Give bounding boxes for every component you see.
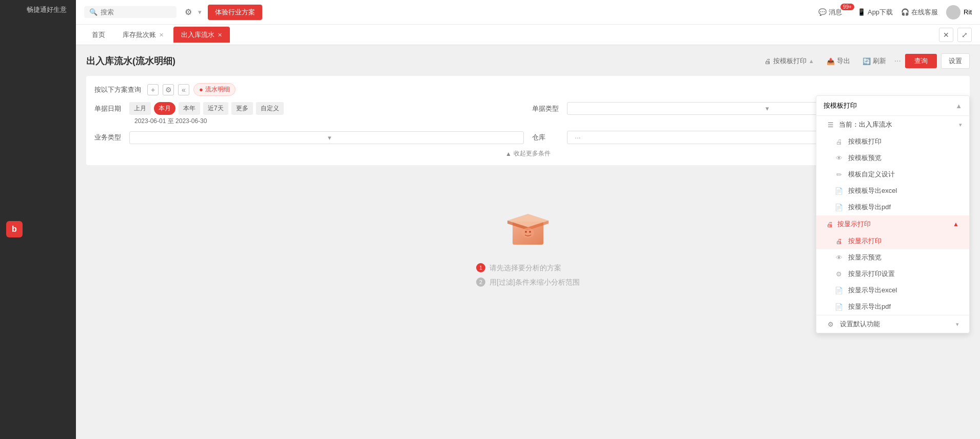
dropdown-item-template-pdf[interactable]: 📄 按模板导出pdf (816, 199, 969, 215)
dropdown-footer-icon: ⚙ (827, 320, 835, 328)
dropdown-item-display-print[interactable]: 🖨 按显示打印 (816, 233, 969, 249)
tab-inout-label: 出入库流水 (181, 30, 214, 39)
topbar-search-box[interactable]: 🔍 (84, 6, 177, 18)
filter-tag-icon: ● (199, 86, 203, 93)
app-logo-icon: b (6, 221, 23, 237)
template-print-button[interactable]: 🖨 按模板打印 ▲ (760, 54, 818, 68)
dropdown-item-template-preview[interactable]: 👁 按模板预览 (816, 150, 969, 166)
dropdown-current-template[interactable]: ☰ 当前：出入库流水 ▾ (816, 116, 969, 133)
export-label: 导出 (837, 56, 850, 66)
display-settings-label: 按显示打印设置 (848, 269, 895, 278)
page-title: 出入库流水(流水明细) (86, 55, 175, 67)
date-btn-last-month[interactable]: 上月 (129, 102, 151, 115)
search-icon: 🔍 (89, 8, 97, 16)
topbar-settings-icon[interactable]: ⚙ (185, 7, 192, 17)
app-download-button[interactable]: 📱 App下载 (857, 8, 893, 17)
empty-step-2: 2 用[过滤]条件来缩小分析范围 (476, 275, 580, 289)
dropdown-item-template-print[interactable]: 🖨 按模板打印 (816, 133, 969, 150)
warehouse-label: 仓库 (532, 133, 563, 142)
window-close-btn[interactable]: ✕ (939, 28, 953, 42)
biz-type-chevron-icon: ▾ (328, 134, 519, 142)
filter-collapse-button[interactable]: « (178, 84, 189, 95)
filter-tag-item[interactable]: ● 流水明细 (193, 83, 236, 96)
tab-inout-flow[interactable]: 出入库流水 ✕ (173, 27, 230, 43)
main-container: 🔍 ⚙ ▾ 体验行业方案 💬 消息 99+ 📱 App下载 🎧 在线客服 Rit (76, 0, 980, 439)
export-icon: 📤 (827, 57, 835, 65)
template-print-item-icon: 🖨 (835, 137, 843, 146)
dropdown-close-arrow-icon[interactable]: ▲ (955, 102, 962, 110)
tab-batch-label: 库存批次账 (123, 30, 156, 39)
template-print-icon: 🖨 (765, 57, 771, 65)
biz-type-filter-field: 业务类型 ▾ (94, 131, 524, 144)
query-button[interactable]: 查询 (905, 54, 937, 68)
date-filter-field: 单据日期 上月 本月 本年 近7天 更多 自定义 (94, 102, 524, 115)
filter-tag-label: 流水明细 (205, 85, 230, 94)
tab-home-label: 首页 (92, 30, 105, 39)
step-number-2: 2 (476, 277, 485, 287)
topbar-chevron-icon[interactable]: ▾ (198, 8, 202, 16)
tab-inout-close-icon[interactable]: ✕ (218, 32, 222, 38)
tab-home[interactable]: 首页 (84, 27, 113, 43)
dropdown-footer-defaults[interactable]: ⚙ 设置默认功能 ▾ (816, 315, 969, 333)
dropdown-footer-label: 设置默认功能 (840, 320, 880, 329)
collapse-up-icon: ▲ (505, 150, 512, 157)
template-print-item-label: 按模板打印 (848, 137, 881, 146)
filter-scheme-button[interactable]: ⚙ (163, 84, 174, 95)
warehouse-more-icon[interactable]: ··· (575, 133, 581, 142)
biz-type-label: 业务类型 (94, 133, 125, 142)
sidebar: b 畅捷通好生意 标准版 🔍 搜索菜单 ⚡ 快捷导航 📣 营销推广 💰 销售管理… (0, 0, 76, 439)
filter-toolbar: 按以下方案查询 + ⚙ « ● 流水明细 (94, 83, 962, 96)
date-btn-this-month[interactable]: 本月 (154, 102, 175, 115)
biz-type-select[interactable]: ▾ (129, 131, 524, 144)
template-preview-icon: 👁 (835, 154, 843, 162)
window-expand-btn[interactable]: ⤢ (957, 28, 972, 42)
display-preview-label: 按显示预览 (848, 253, 881, 262)
dropdown-item-display-pdf[interactable]: 📄 按显示导出pdf (816, 298, 969, 315)
user-menu[interactable]: Rit (946, 5, 972, 19)
tab-batch-close-icon[interactable]: ✕ (159, 32, 164, 38)
dropdown-item-display-preview[interactable]: 👁 按显示预览 (816, 249, 969, 266)
export-button[interactable]: 📤 导出 (822, 54, 854, 68)
date-btn-more[interactable]: 更多 (231, 102, 253, 115)
more-actions-icon[interactable]: ··· (894, 56, 901, 66)
date-btn-7days[interactable]: 近7天 (203, 102, 228, 115)
template-preview-label: 按模板预览 (848, 153, 881, 163)
template-print-dropdown: 按模板打印 ▲ ☰ 当前：出入库流水 ▾ 🖨 按模板打印 👁 按模板预览 (816, 95, 970, 333)
trial-btn[interactable]: 体验行业方案 (208, 5, 262, 20)
display-print-label: 按显示打印 (848, 236, 881, 246)
refresh-icon: 🔄 (863, 57, 871, 65)
message-icon: 💬 (818, 8, 827, 16)
message-button[interactable]: 💬 消息 99+ (818, 8, 849, 17)
set-button[interactable]: 设置 (941, 53, 970, 69)
tabs-bar: 首页 库存批次账 ✕ 出入库流水 ✕ ✕ ⤢ (76, 25, 980, 45)
window-controls: ✕ ⤢ (939, 28, 972, 42)
svg-point-6 (529, 231, 531, 233)
search-input[interactable] (101, 8, 162, 16)
template-up-arrow-icon[interactable]: ▲ (809, 58, 814, 64)
dropdown-item-display-excel[interactable]: 📄 按显示导出excel (816, 282, 969, 298)
service-icon: 🎧 (901, 8, 909, 16)
dropdown-item-template-excel[interactable]: 📄 按模板导出excel (816, 183, 969, 199)
date-btn-this-year[interactable]: 本年 (179, 102, 200, 115)
message-badge: 99+ (840, 4, 854, 10)
template-pdf-label: 按模板导出pdf (848, 203, 891, 212)
display-print-section-label: 按显示打印 (837, 220, 871, 229)
display-print-section-header[interactable]: 🖨 按显示打印 ▲ (816, 215, 969, 233)
refresh-label: 刷新 (873, 56, 886, 66)
date-field-label: 单据日期 (94, 104, 125, 113)
topbar: 🔍 ⚙ ▾ 体验行业方案 💬 消息 99+ 📱 App下载 🎧 在线客服 Rit (76, 0, 980, 25)
dropdown-item-display-settings[interactable]: ⚙ 按显示打印设置 (816, 266, 969, 282)
doc-type-label: 单据类型 (532, 104, 563, 113)
dropdown-item-template-design[interactable]: ✏ 模板自定义设计 (816, 166, 969, 183)
filter-add-button[interactable]: + (147, 84, 159, 95)
display-pdf-label: 按显示导出pdf (848, 302, 891, 311)
date-range-display: 2023-06-01 至 2023-06-30 (134, 117, 207, 125)
display-print-icon: 🖨 (835, 237, 843, 245)
step-number-1: 1 (476, 263, 485, 272)
tab-batch-account[interactable]: 库存批次账 ✕ (115, 27, 171, 43)
user-avatar (946, 5, 961, 19)
date-btn-custom[interactable]: 自定义 (256, 102, 284, 115)
online-service-button[interactable]: 🎧 在线客服 (901, 8, 938, 17)
app-name-main: 畅捷通好生意 (27, 5, 67, 439)
refresh-button[interactable]: 🔄 刷新 (858, 54, 890, 68)
